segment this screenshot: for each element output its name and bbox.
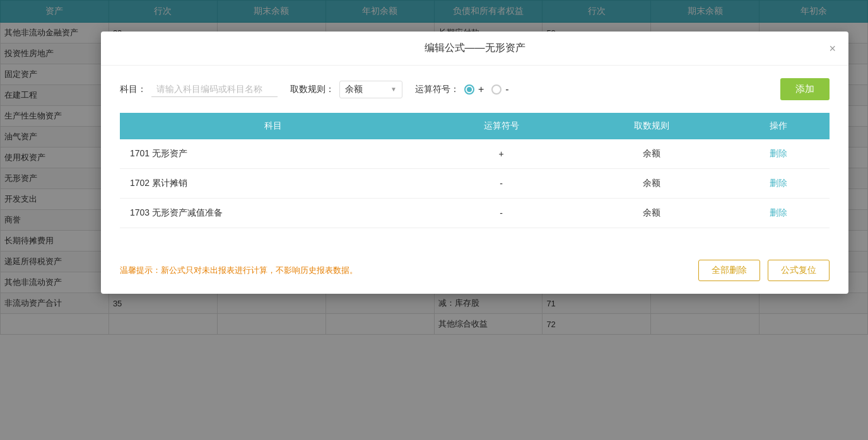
rule-value: 余额 (345, 84, 385, 95)
table-header-row: 科目 运算符号 取数规则 操作 (120, 113, 830, 139)
cell-rule: 余额 (577, 169, 727, 199)
radio-plus[interactable]: + (464, 84, 484, 95)
cell-subject: 1703 无形资产减值准备 (120, 199, 426, 228)
cell-rule: 余额 (577, 139, 727, 169)
data-table-container: 科目 运算符号 取数规则 操作 1701 无形资产+余额删除1702 累计摊销-… (120, 113, 830, 228)
chevron-down-icon: ▼ (390, 86, 397, 93)
cell-action: 删除 (727, 169, 830, 199)
subject-label: 科目： (120, 84, 146, 95)
delete-all-button[interactable]: 全部删除 (698, 260, 760, 281)
table-row: 1703 无形资产减值准备-余额删除 (120, 199, 830, 228)
th-action: 操作 (727, 113, 830, 139)
rule-label: 取数规则： (290, 84, 334, 95)
table-row: 1702 累计摊销-余额删除 (120, 169, 830, 199)
th-operator: 运算符号 (426, 113, 577, 139)
th-subject: 科目 (120, 113, 426, 139)
cell-operator: - (426, 199, 577, 228)
tip-text: 温馨提示：新公式只对未出报表进行计算，不影响历史报表数据。 (120, 265, 358, 276)
add-button[interactable]: 添加 (780, 78, 830, 100)
formula-table: 科目 运算符号 取数规则 操作 1701 无形资产+余额删除1702 累计摊销-… (120, 113, 830, 228)
rule-select[interactable]: 余额 ▼ (339, 81, 402, 98)
cell-operator: + (426, 139, 577, 169)
form-row: 科目： 取数规则： 余额 ▼ 运算符号： + - 添加 (101, 66, 848, 113)
delete-link[interactable]: 删除 (770, 148, 787, 158)
cell-rule: 余额 (577, 199, 727, 228)
modal-title: 编辑公式——无形资产 (425, 42, 525, 55)
subject-input[interactable] (151, 81, 278, 97)
cell-action: 删除 (727, 199, 830, 228)
th-rule: 取数规则 (577, 113, 727, 139)
radio-plus-circle (464, 84, 474, 95)
operator-label: 运算符号： (415, 84, 459, 95)
reset-formula-button[interactable]: 公式复位 (768, 260, 830, 281)
delete-link[interactable]: 删除 (770, 178, 787, 188)
modal-header: 编辑公式——无形资产 × (101, 32, 848, 66)
cell-subject: 1701 无形资产 (120, 139, 426, 169)
radio-minus[interactable]: - (491, 84, 508, 95)
modal-footer: 温馨提示：新公式只对未出报表进行计算，不影响历史报表数据。 全部删除 公式复位 (101, 247, 848, 281)
radio-minus-label: - (505, 84, 508, 95)
cell-operator: - (426, 169, 577, 199)
table-row: 1701 无形资产+余额删除 (120, 139, 830, 169)
footer-buttons: 全部删除 公式复位 (698, 260, 830, 281)
modal-dialog: 编辑公式——无形资产 × 科目： 取数规则： 余额 ▼ 运算符号： + (101, 32, 848, 294)
cell-action: 删除 (727, 139, 830, 169)
operator-radio-group: + - (464, 84, 509, 95)
close-button[interactable]: × (829, 43, 836, 54)
cell-subject: 1702 累计摊销 (120, 169, 426, 199)
subject-group: 科目： (120, 81, 278, 97)
delete-link[interactable]: 删除 (770, 207, 787, 217)
rule-group: 取数规则： 余额 ▼ (290, 81, 402, 98)
operator-group: 运算符号： + - (415, 84, 509, 95)
radio-plus-label: + (478, 84, 484, 95)
radio-minus-circle (491, 84, 501, 95)
